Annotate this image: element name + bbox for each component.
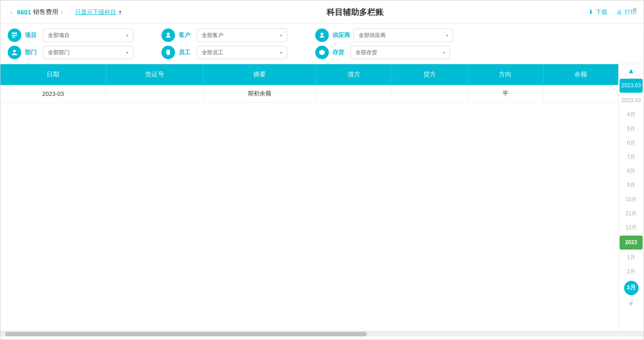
sidebar-item[interactable]: 2023.03 bbox=[620, 79, 643, 93]
inventory-select[interactable]: 全部存货 ▾ bbox=[350, 46, 450, 59]
inventory-label: 存货 bbox=[332, 48, 347, 57]
svg-rect-6 bbox=[167, 54, 169, 55]
filter-row-2: 部门 全部部门 ▾ 员工 全部员工 ▾ bbox=[8, 46, 636, 59]
employee-value: 全部员工 bbox=[202, 49, 223, 57]
right-sidebar: ▲ 2023.032023.034月5月6月7月8月9月10月11月12月202… bbox=[618, 64, 644, 331]
sidebar-item[interactable]: 2023 bbox=[620, 236, 643, 250]
col-debit: 借方 bbox=[316, 64, 392, 85]
svg-rect-5 bbox=[166, 50, 170, 54]
sidebar-down-button[interactable]: ▼ bbox=[619, 297, 644, 311]
svg-rect-2 bbox=[12, 37, 15, 38]
account-code: 6601 bbox=[17, 9, 31, 16]
cell-balance bbox=[543, 85, 618, 103]
download-label: 下载 bbox=[596, 8, 607, 16]
sidebar-item[interactable]: 11月 bbox=[618, 207, 644, 221]
department-select[interactable]: 全部部门 ▾ bbox=[43, 46, 133, 59]
filter-item-customer: 客户 全部客户 ▾ bbox=[161, 28, 287, 42]
content-area: 日期 凭证号 摘要 借方 贷方 方向 余额 2023-03 期初余额 平 bbox=[0, 64, 644, 331]
sidebar-item[interactable]: 1月 bbox=[618, 250, 644, 264]
inventory-value: 全部存货 bbox=[355, 49, 377, 57]
cell-credit bbox=[392, 85, 467, 103]
download-button[interactable]: ⬇ 下载 bbox=[588, 8, 607, 16]
show-sub-label: 只显示下级科目 bbox=[75, 8, 116, 16]
nav-prev-button[interactable]: ‹ bbox=[8, 8, 15, 17]
col-balance: 余额 bbox=[543, 64, 618, 85]
col-voucher: 凭证号 bbox=[106, 64, 203, 85]
customer-value: 全部客户 bbox=[202, 32, 223, 39]
employee-icon bbox=[161, 46, 175, 59]
col-credit: 贷方 bbox=[392, 64, 467, 85]
employee-label: 员工 bbox=[179, 48, 193, 57]
filter-item-employee: 员工 全部员工 ▾ bbox=[161, 46, 287, 59]
sidebar-item[interactable]: 7月 bbox=[618, 150, 644, 164]
sidebar-item[interactable]: 2023.03 bbox=[618, 94, 644, 108]
horizontal-scrollbar[interactable] bbox=[0, 331, 644, 336]
department-value: 全部部门 bbox=[48, 49, 70, 57]
cell-date: 2023-03 bbox=[0, 85, 106, 103]
inventory-icon bbox=[315, 46, 329, 59]
supplier-value: 全部供应商 bbox=[359, 32, 386, 39]
filter-row-1: 项目 全部项目 ▾ 客户 全部客户 ▾ bbox=[8, 28, 636, 42]
customer-label: 客户 bbox=[179, 31, 193, 39]
project-value: 全部项目 bbox=[48, 32, 70, 39]
nav-next-button[interactable]: › bbox=[58, 8, 66, 17]
svg-rect-0 bbox=[12, 33, 17, 34]
sidebar-item[interactable]: 9月 bbox=[618, 178, 644, 192]
sidebar-up-button[interactable]: ▲ bbox=[619, 64, 644, 78]
sidebar-item[interactable]: 5月 bbox=[618, 122, 644, 136]
svg-point-4 bbox=[13, 50, 16, 52]
filter-item-project: 项目 全部项目 ▾ bbox=[8, 28, 133, 42]
employee-arrow-icon: ▾ bbox=[280, 50, 282, 55]
sidebar-item[interactable]: 6月 bbox=[618, 136, 644, 150]
customer-icon bbox=[161, 28, 175, 42]
project-arrow-icon: ▾ bbox=[126, 33, 128, 38]
cell-summary: 期初余额 bbox=[203, 85, 316, 103]
table-row[interactable]: 2023-03 期初余额 平 bbox=[0, 85, 618, 103]
scrollbar-thumb[interactable] bbox=[5, 332, 367, 336]
sidebar-item[interactable]: 3月 bbox=[624, 281, 639, 295]
sidebar-item[interactable]: 2月 bbox=[618, 264, 644, 279]
supplier-select[interactable]: 全部供应商 ▾ bbox=[354, 28, 453, 42]
sidebar-item[interactable]: 4月 bbox=[618, 108, 644, 122]
project-select[interactable]: 全部项目 ▾ bbox=[43, 28, 133, 42]
supplier-label: 供应商 bbox=[332, 31, 350, 39]
inventory-arrow-icon: ▾ bbox=[443, 50, 445, 55]
col-date: 日期 bbox=[0, 64, 106, 85]
employee-select[interactable]: 全部员工 ▾ bbox=[197, 46, 287, 59]
close-button[interactable]: × bbox=[632, 5, 637, 14]
table-header-row: 日期 凭证号 摘要 借方 贷方 方向 余额 bbox=[0, 64, 618, 85]
project-icon bbox=[8, 28, 21, 42]
show-sub-button[interactable]: 只显示下级科目 ▾ bbox=[75, 8, 122, 16]
department-arrow-icon: ▾ bbox=[126, 50, 128, 55]
sidebar-item[interactable]: 12月 bbox=[618, 221, 644, 235]
page-title: 科目辅助多栏账 bbox=[122, 7, 589, 18]
department-label: 部门 bbox=[25, 48, 39, 57]
supplier-icon bbox=[315, 28, 329, 42]
customer-select[interactable]: 全部客户 ▾ bbox=[197, 28, 287, 42]
customer-arrow-icon: ▾ bbox=[280, 33, 282, 38]
project-label: 项目 bbox=[25, 31, 39, 39]
top-bar: ‹ 6601 销售费用 › 只显示下级科目 ▾ 科目辅助多栏账 ⬇ 下载 🖨 打… bbox=[0, 0, 644, 24]
svg-rect-1 bbox=[12, 35, 17, 36]
svg-point-3 bbox=[321, 33, 323, 35]
department-icon bbox=[8, 46, 21, 59]
sidebar-item[interactable]: 8月 bbox=[618, 164, 644, 178]
data-table: 日期 凭证号 摘要 借方 贷方 方向 余额 2023-03 期初余额 平 bbox=[0, 64, 618, 103]
main-window: ‹ 6601 销售费用 › 只显示下级科目 ▾ 科目辅助多栏账 ⬇ 下载 🖨 打… bbox=[0, 0, 644, 340]
cell-voucher bbox=[106, 85, 203, 103]
cell-direction: 平 bbox=[468, 85, 543, 103]
filter-bar: 项目 全部项目 ▾ 客户 全部客户 ▾ bbox=[0, 24, 644, 64]
filter-item-inventory: 存货 全部存货 ▾ bbox=[315, 46, 450, 59]
col-direction: 方向 bbox=[468, 64, 543, 85]
filter-item-supplier: 供应商 全部供应商 ▾ bbox=[315, 28, 453, 42]
supplier-arrow-icon: ▾ bbox=[446, 33, 448, 38]
col-summary: 摘要 bbox=[203, 64, 316, 85]
filter-item-department: 部门 全部部门 ▾ bbox=[8, 46, 133, 59]
cell-debit bbox=[316, 85, 392, 103]
sidebar-item[interactable]: 10月 bbox=[618, 193, 644, 207]
table-area: 日期 凭证号 摘要 借方 贷方 方向 余额 2023-03 期初余额 平 bbox=[0, 64, 618, 331]
top-actions: ⬇ 下载 🖨 打印 bbox=[588, 8, 636, 16]
account-name: 销售费用 bbox=[33, 8, 58, 16]
download-icon: ⬇ bbox=[588, 9, 593, 15]
print-icon: 🖨 bbox=[616, 9, 622, 15]
